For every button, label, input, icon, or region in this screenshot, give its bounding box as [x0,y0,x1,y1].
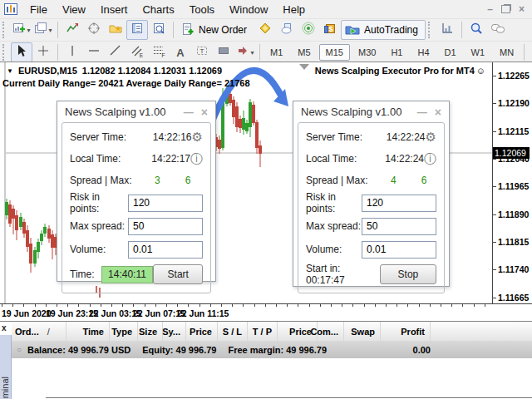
text-label-button[interactable]: T [191,42,213,62]
chat-icon [490,22,505,38]
autotrading-button[interactable]: AutoTrading [341,20,426,40]
risk-input[interactable] [128,195,203,212]
server-time-label: Server Time: [306,131,387,143]
column-header-price[interactable]: Price [186,322,218,341]
dialog-minimize-icon[interactable]: — [184,106,194,118]
menu-item-window[interactable]: Window [222,2,275,17]
tick-chart-button[interactable] [62,20,83,40]
data-window-button[interactable] [148,20,170,40]
smiley-icon[interactable]: ☺ [476,66,485,76]
minimize-button[interactable]: – [487,4,493,14]
local-time-row: Local Time: 14:22:17 ⓘ [70,148,203,170]
toolbar-grip[interactable] [428,22,432,38]
timeframe-d1[interactable]: D1 [438,44,463,61]
market-watch-button[interactable] [126,20,148,40]
chart-profiles-button[interactable]: ▾ [32,20,54,40]
market-button[interactable]: $ [319,20,341,40]
arrows-button[interactable]: ▾ [234,42,256,62]
timeframe-h1[interactable]: H1 [384,44,409,61]
stop-button[interactable]: Stop [380,264,436,284]
column-header-ord[interactable]: Ord.../ [12,322,66,341]
chevron-down-icon: ▾ [250,49,254,57]
time-axis[interactable]: 19 Jun 202019 Jun 23:1522 Jun 03:1522 Ju… [0,303,532,323]
toolbar-grip[interactable] [2,44,7,61]
time-tick [265,304,266,307]
news-scalping-dialog-left[interactable]: News Scalping v1.00 — × Server Time: 14:… [57,101,216,282]
restore-button[interactable] [501,5,510,13]
column-header-sy[interactable]: Sy... [163,322,186,341]
terminal-close-button[interactable]: x [2,323,7,332]
toolbar-standard: ▾ ▾ New Order $ AutoTrading [0,18,532,41]
dialog-title-bar[interactable]: News Scalping v1.00 — × [57,101,215,122]
menu-item-insert[interactable]: Insert [93,2,135,17]
max-spread-input[interactable] [128,218,203,235]
volume-input[interactable] [128,241,203,259]
toolbar-grip[interactable] [2,22,7,38]
channel-button[interactable]: E [126,42,148,62]
timeframe-w1[interactable]: W1 [465,44,492,61]
column-header-type[interactable]: Type [110,322,138,341]
news-scalping-dialog-right[interactable]: News Scalping v1.00 — × Server Time: 14:… [293,101,450,287]
column-header-time[interactable]: Time [66,322,110,341]
timeframe-m15[interactable]: M15 [319,44,350,61]
menu-item-file[interactable]: File [22,2,55,17]
start-button[interactable]: Start [153,264,203,284]
column-header-profit[interactable]: Profit [381,322,431,341]
info-icon[interactable]: ⓘ [424,151,436,167]
dialog-close-icon[interactable]: × [435,106,441,119]
menu-item-tools[interactable]: Tools [182,2,222,17]
gear-icon[interactable]: ⚙ [426,130,436,145]
gold-button[interactable] [254,20,276,40]
svg-text:$: $ [329,25,333,33]
dialog-minimize-icon[interactable]: — [417,106,427,118]
horizontal-line-button[interactable] [83,42,105,62]
volume-input[interactable] [362,241,436,259]
info-icon[interactable]: ⓘ [190,151,203,167]
column-header-swap[interactable]: Swap [344,322,381,341]
balance-row[interactable]: ○ Balance: 49 996.79 USD Equity: 49 996.… [12,341,532,358]
column-header-sl[interactable]: S / L [218,322,248,341]
crosshair-button[interactable] [32,42,54,62]
dialog-title-bar[interactable]: News Scalping v1.00 — × [293,101,449,122]
chat-button[interactable] [487,20,509,40]
symbol-dropdown-icon[interactable]: ▼ [7,67,13,75]
price-tick [493,186,496,187]
menu-item-help[interactable]: Help [275,2,313,17]
new-chart-button[interactable]: ▾ [11,20,32,40]
terminal-tab-vertical[interactable]: minal [0,377,10,398]
new-order-button[interactable]: New Order [177,20,254,40]
max-spread-input[interactable] [362,218,436,235]
price-tick-label: 1.12190 [498,98,530,108]
column-header-tp[interactable]: T / P [248,322,278,341]
news-button[interactable] [276,20,298,40]
timeframe-m5[interactable]: M5 [291,44,317,61]
timeframe-m1[interactable]: M1 [264,44,289,61]
timeframe-m30[interactable]: M30 [352,44,382,61]
dialog-close-icon[interactable]: × [201,106,208,119]
chart-properties-button[interactable] [436,20,458,40]
orders-table-header[interactable]: Ord.../TimeTypeSizeSy...PriceS / LT / PP… [12,322,532,342]
close-button[interactable]: × [519,4,525,14]
column-header-size[interactable]: Size [138,322,163,341]
chart-symbol-header[interactable]: ▼ EURUSD,M15 1.12082 1.12084 1.12031 1.1… [7,66,222,76]
column-header-com[interactable]: Com... [318,322,344,341]
favorites-button[interactable] [105,20,126,40]
timeframe-mn[interactable]: MN [493,44,520,61]
trendline-button[interactable] [105,42,126,62]
price-tick [493,103,496,104]
timeframe-h4[interactable]: H4 [411,44,436,61]
search-button[interactable] [466,20,487,40]
shapes-button[interactable] [213,42,234,62]
menu-item-view[interactable]: View [55,2,93,17]
vertical-line-button[interactable] [62,42,83,62]
gear-icon[interactable]: ⚙ [192,130,203,145]
menu-item-charts[interactable]: Charts [135,2,181,17]
time-tick [67,304,68,307]
crosshair-target-button[interactable] [83,20,105,40]
chart-area[interactable]: ▼ EURUSD,M15 1.12082 1.12084 1.12031 1.1… [0,62,532,322]
risk-input[interactable] [362,195,436,212]
cursor-button[interactable] [11,42,32,62]
signals-button[interactable] [298,20,319,40]
fibonacci-button[interactable]: F [148,42,170,62]
text-button[interactable]: A [170,42,191,62]
